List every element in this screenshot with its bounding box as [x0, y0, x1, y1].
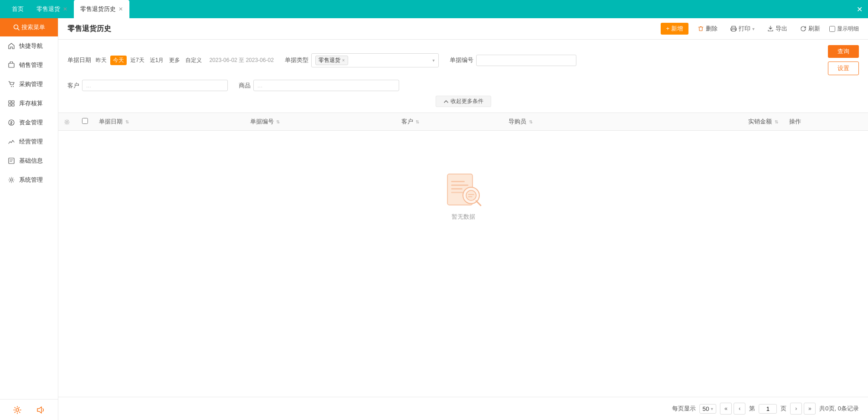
refresh-label: 刷新 [808, 25, 820, 33]
new-button[interactable]: + 新增 [661, 23, 688, 35]
sidebar: 搜索菜单 快捷导航 销售管理 采购管理 库存核算 [0, 18, 58, 420]
tab-retail-return[interactable]: 零售退货 ✕ [30, 0, 74, 18]
sidebar-item-quick-nav[interactable]: 快捷导航 [0, 36, 58, 56]
page-total-info: 共0页, 0条记录 [819, 405, 859, 413]
prev-page-button[interactable]: ‹ [734, 403, 745, 415]
sidebar-item-inventory[interactable]: 库存核算 [0, 94, 58, 113]
first-page-button[interactable]: « [720, 403, 732, 415]
svg-rect-20 [451, 184, 468, 186]
last-page-button[interactable]: » [804, 403, 816, 415]
date-btn-group: 昨天 今天 近7天 近1月 更多 自定义 [94, 56, 204, 65]
page-size-value: 50 [703, 405, 709, 412]
page-size-select[interactable]: 50 ▾ [699, 404, 716, 414]
doc-no-input[interactable] [476, 55, 576, 66]
refresh-icon [800, 26, 806, 32]
doc-no-label: 单据编号 [450, 56, 473, 64]
tab-retail-return-history-close[interactable]: ✕ [118, 6, 123, 12]
sort-doc-no-icon: ⇅ [276, 119, 280, 124]
svg-point-17 [66, 121, 68, 123]
sidebar-item-operations[interactable]: 经营管理 [0, 132, 58, 151]
sales-icon [7, 61, 15, 69]
query-button[interactable]: 查询 [828, 45, 859, 58]
sidebar-item-sales-mgmt[interactable]: 销售管理 [0, 56, 58, 75]
settings-query-button[interactable]: 设置 [828, 61, 859, 75]
empty-state: 暂无数据 [58, 131, 868, 257]
operations-icon [7, 138, 15, 146]
svg-line-25 [476, 201, 481, 205]
date-btn-today[interactable]: 今天 [110, 56, 127, 65]
sidebar-item-quick-nav-label: 快捷导航 [19, 42, 43, 50]
date-range-display: 2023-06-02 至 2023-06-02 [209, 56, 273, 64]
date-btn-more[interactable]: 更多 [167, 56, 182, 65]
gear-bottom-icon[interactable] [13, 405, 22, 415]
show-detail-input[interactable] [829, 26, 835, 32]
delete-button[interactable]: 删除 [694, 23, 721, 35]
doc-type-filter: 单据类型 零售退货 × ▾ [285, 53, 439, 67]
th-amount[interactable]: 实销金额 ⇅ [632, 113, 784, 131]
top-bar: 首页 零售退货 ✕ 零售退货历史 ✕ ✕ [0, 0, 868, 18]
window-close-button[interactable]: ✕ [857, 5, 863, 14]
customer-input[interactable]: ... [82, 80, 228, 91]
sidebar-search[interactable]: 搜索菜单 [0, 18, 58, 36]
svg-rect-6 [12, 101, 14, 103]
svg-point-4 [13, 86, 14, 87]
speaker-icon[interactable] [36, 405, 45, 415]
sidebar-item-finance[interactable]: 资金管理 [0, 113, 58, 132]
sidebar-item-sys-mgmt[interactable]: 系统管理 [0, 170, 58, 190]
svg-rect-15 [732, 29, 735, 31]
tab-home[interactable]: 首页 [5, 0, 30, 18]
svg-rect-19 [451, 181, 465, 182]
collapse-label: 收起更多条件 [451, 97, 483, 105]
th-doc-no[interactable]: 单据编号 ⇅ [245, 113, 396, 131]
doc-type-select[interactable]: 零售退货 × ▾ [311, 53, 439, 67]
doc-type-dropdown-icon: ▾ [432, 58, 435, 63]
main-layout: 搜索菜单 快捷导航 销售管理 采购管理 库存核算 [0, 18, 868, 420]
svg-rect-7 [9, 104, 11, 106]
sidebar-item-operations-label: 经营管理 [19, 138, 43, 146]
print-icon [730, 26, 737, 32]
date-filter: 单据日期 昨天 今天 近7天 近1月 更多 自定义 2023-06-02 至 2… [67, 56, 274, 65]
date-btn-7days[interactable]: 近7天 [128, 56, 146, 65]
inventory-icon [7, 99, 15, 108]
tab-retail-return-close[interactable]: ✕ [63, 6, 67, 12]
svg-point-24 [466, 190, 476, 200]
page-number-input[interactable]: 1 [759, 404, 777, 414]
doc-type-tag: 零售退货 × [315, 56, 348, 65]
empty-text: 暂无数据 [452, 213, 475, 221]
next-page-button[interactable]: › [790, 403, 802, 415]
refresh-button[interactable]: 刷新 [796, 23, 824, 35]
th-action: 操作 [784, 113, 868, 131]
th-guide[interactable]: 导购员 ⇅ [503, 113, 632, 131]
sidebar-bottom [0, 399, 58, 420]
date-btn-custom[interactable]: 自定义 [184, 56, 204, 65]
show-detail-checkbox[interactable]: 显示明细 [829, 25, 859, 33]
pagination: 每页显示 50 ▾ « ‹ 第 1 页 › » 共0页, 0条记录 [58, 397, 868, 420]
collapse-button[interactable]: 收起更多条件 [436, 96, 491, 107]
th-settings[interactable] [58, 113, 77, 131]
export-button[interactable]: 导出 [764, 23, 791, 35]
goods-input[interactable]: ... [253, 80, 399, 91]
page-nav: « ‹ 第 1 页 › » [720, 403, 816, 415]
search-icon [13, 24, 20, 31]
tab-list: 首页 零售退货 ✕ 零售退货历史 ✕ [5, 0, 857, 18]
page-size-dropdown-icon: ▾ [711, 406, 713, 411]
th-customer[interactable]: 客户 ⇅ [396, 113, 503, 131]
tab-retail-return-history[interactable]: 零售退货历史 ✕ [74, 0, 129, 18]
customer-filter: 客户 ... [67, 80, 228, 91]
sidebar-item-finance-label: 资金管理 [19, 118, 43, 127]
select-all-checkbox[interactable] [82, 118, 88, 124]
sidebar-item-purchase-mgmt[interactable]: 采购管理 [0, 75, 58, 94]
doc-type-tag-close[interactable]: × [342, 58, 345, 63]
th-doc-date[interactable]: 单据日期 ⇅ [93, 113, 245, 131]
date-btn-yesterday[interactable]: 昨天 [94, 56, 108, 65]
svg-rect-5 [9, 101, 11, 103]
data-table: 单据日期 ⇅ 单据编号 ⇅ 客户 ⇅ 导购员 ⇅ [58, 113, 868, 257]
svg-rect-8 [12, 104, 14, 106]
date-btn-1month[interactable]: 近1月 [148, 56, 166, 65]
show-detail-label: 显示明细 [837, 25, 859, 33]
table-container: 单据日期 ⇅ 单据编号 ⇅ 客户 ⇅ 导购员 ⇅ [58, 113, 868, 397]
th-checkbox[interactable] [77, 113, 93, 131]
collapse-icon [443, 99, 449, 104]
print-button[interactable]: 打印 ▾ [727, 23, 758, 35]
sidebar-item-basic-info[interactable]: 基础信息 [0, 151, 58, 170]
